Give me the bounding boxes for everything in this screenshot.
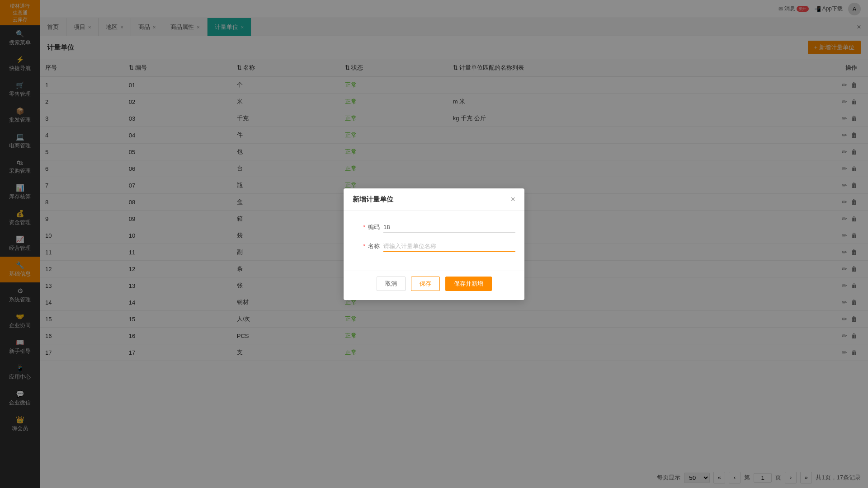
modal-close-button[interactable]: × [510,195,515,204]
modal-body: * 编码 * 名称 [344,211,524,271]
save-button[interactable]: 保存 [411,277,440,291]
add-unit-modal: 新增计量单位 × * 编码 * 名称 取消 保存 保存并新增 [344,188,524,300]
code-input[interactable] [383,222,515,233]
name-label: * 名称 [353,242,380,250]
code-label: * 编码 [353,223,380,231]
name-required-mark: * [363,243,365,249]
save-and-new-button[interactable]: 保存并新增 [445,277,492,291]
modal-overlay: 新增计量单位 × * 编码 * 名称 取消 保存 保存并新增 [0,0,868,488]
modal-title: 新增计量单位 [353,195,393,204]
code-required-mark: * [363,224,365,230]
name-input[interactable] [383,241,515,252]
code-field-row: * 编码 [353,222,515,233]
modal-footer: 取消 保存 保存并新增 [344,271,524,300]
cancel-button[interactable]: 取消 [377,277,406,291]
modal-header: 新增计量单位 × [344,188,524,211]
name-field-row: * 名称 [353,241,515,252]
